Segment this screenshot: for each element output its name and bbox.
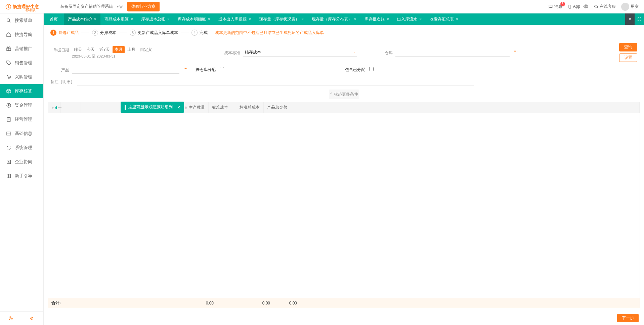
collapse-button[interactable]: ⌃ 收起更多条件 [329,89,359,99]
tab-stock-status[interactable]: 现存量（库存状况表）× [255,13,308,25]
preset-today[interactable]: 今天 [85,46,97,53]
collapse-icon[interactable] [30,316,35,321]
support-label: 在线客服 [600,4,616,9]
settings-button[interactable]: 设置 [619,53,637,62]
tab-label: 产品成本维护 [68,16,92,22]
svg-rect-1 [569,5,571,8]
next-button[interactable]: 下一步 [617,314,639,322]
sidebar-item-label: 库存核算 [15,88,32,94]
step-label: 分摊成本 [100,30,116,36]
more-icon[interactable]: ⋯ [182,66,189,71]
close-icon[interactable]: × [249,17,251,22]
svg-rect-11 [7,160,11,164]
trial-button[interactable]: 体验行业方案 [127,2,160,11]
tab-recalc[interactable]: 商品成本重算× [100,13,137,25]
system-select[interactable]: 装备及固定资产辅助管理系统 ▾ [60,4,119,9]
column-settings-button[interactable] [48,102,61,113]
preset-7days[interactable]: 近7天 [97,46,112,53]
settings-icon[interactable] [8,316,13,321]
tab-flow[interactable]: 出入库流水× [393,13,426,25]
preset-month[interactable]: 本月 [113,46,125,53]
close-icon[interactable]: × [131,17,133,22]
svg-point-5 [8,78,9,79]
tab-label: 库存成本明细账 [178,16,206,22]
col-label: 生产数量 [189,105,205,110]
sidebar-footer [0,311,43,325]
col-label: 标准成本 [212,105,228,110]
cart-icon [6,74,11,80]
close-icon[interactable]: × [301,17,304,22]
total-label: 合计: [48,300,64,306]
step-num: 2 [92,30,98,36]
app-download-button[interactable]: App下载 [568,4,588,9]
sidebar-item-system[interactable]: 系统管理 [0,141,43,155]
sidebar-item-operations[interactable]: 经营管理 [0,112,43,127]
close-icon[interactable]: × [456,17,458,22]
step-2: 2 分摊成本 [92,30,116,36]
close-icon[interactable]: × [177,105,180,110]
tab-label: 库存成本总账 [141,16,165,22]
close-icon[interactable]: × [94,17,96,22]
support-button[interactable]: 在线客服 [594,4,616,9]
tab-ledger[interactable]: 库存成本总账× [137,13,174,25]
close-all-tabs-button[interactable]: × [625,13,635,25]
user-name: 用友 [631,4,639,9]
column-header-stdtotal[interactable]: 标准总成本 [236,102,264,113]
step-label: 筛选产成品 [58,30,79,36]
close-icon[interactable]: × [354,17,356,22]
more-icon[interactable]: ⋯ [512,49,519,53]
column-header[interactable] [81,102,125,113]
include-allocated-checkbox[interactable] [369,67,374,71]
user-menu[interactable]: 用友 [621,3,639,11]
sidebar-item-search[interactable]: 搜索菜单 [0,13,43,28]
svg-rect-9 [7,132,11,135]
search-icon [6,18,11,23]
messages-button[interactable]: 消息 6 [548,4,562,9]
system-name: 装备及固定资产辅助管理系统 [60,4,114,9]
tab-summary[interactable]: 收发存汇总表× [426,13,462,25]
warehouse-input[interactable] [395,49,510,57]
warehouse-label: 仓库 [374,49,393,56]
tab-cost-track[interactable]: 成本出入库跟踪× [214,13,255,25]
product-input[interactable] [72,66,179,74]
tab-detail-ledger[interactable]: 库存成本明细账× [174,13,214,25]
step-warning: 成本更新的范围中不包括已月结或已生成凭证的产成品入库单 [215,30,324,36]
sidebar-item-purchase[interactable]: 采购管理 [0,70,43,84]
table: 这里可显示或隐藏明细列 × ▲▼主计量 ▲▼生产数量 标准成本 标准总成本 产品… [48,102,640,308]
remark-input[interactable] [77,78,474,85]
tab-home[interactable]: 首页 [44,13,64,25]
close-icon[interactable]: × [387,17,389,22]
column-header-qty[interactable]: ▲▼生产数量 [181,102,209,113]
preset-lastmonth[interactable]: 上月 [125,46,137,53]
sidebar-item-funds[interactable]: 资金管理 [0,98,43,112]
close-icon[interactable]: × [167,17,170,22]
tab-label: 首页 [50,16,58,22]
query-button[interactable]: 查询 [619,43,637,51]
sidebar-item-guide[interactable]: 新手引导 [0,169,43,183]
gear-icon[interactable] [119,4,123,9]
product-label: 产品 [50,66,69,73]
date-to: 2023-03-31 [96,54,115,58]
column-header-stdcost[interactable]: 标准成本 [209,102,236,113]
cost-std-input[interactable] [243,49,357,57]
close-icon[interactable]: × [419,17,422,22]
fullscreen-button[interactable] [635,13,644,25]
sidebar-item-quicknav[interactable]: 快捷导航 [0,28,43,42]
sidebar-item-sales[interactable]: 销售管理 [0,56,43,70]
include-allocated-label: 包含已分配 [345,67,365,73]
by-warehouse-checkbox[interactable] [220,67,224,71]
tab-stock-dist[interactable]: 现存量（库存分布表）× [308,13,360,25]
sidebar-item-inventory[interactable]: 库存核算 [0,84,43,98]
close-icon[interactable]: × [208,17,210,22]
column-header-amount[interactable]: 产品总金额 [264,102,640,113]
sidebar-item-basedata[interactable]: 基础信息 [0,127,43,141]
tab-batch[interactable]: 库存批次账× [360,13,393,25]
sidebar-item-collab[interactable]: 企业协同 [0,155,43,169]
sidebar-item-marketing[interactable]: 营销推广 [0,42,43,56]
preset-yesterday[interactable]: 昨天 [72,46,84,53]
chat-icon [548,4,553,9]
tab-product-cost[interactable]: 产品成本维护× [64,13,100,25]
preset-custom[interactable]: 自定义 [138,46,154,53]
column-header[interactable] [61,102,81,113]
filter-date: 单据日期 昨天 今天 近7天 本月 上月 自定义 2023- [50,46,154,59]
